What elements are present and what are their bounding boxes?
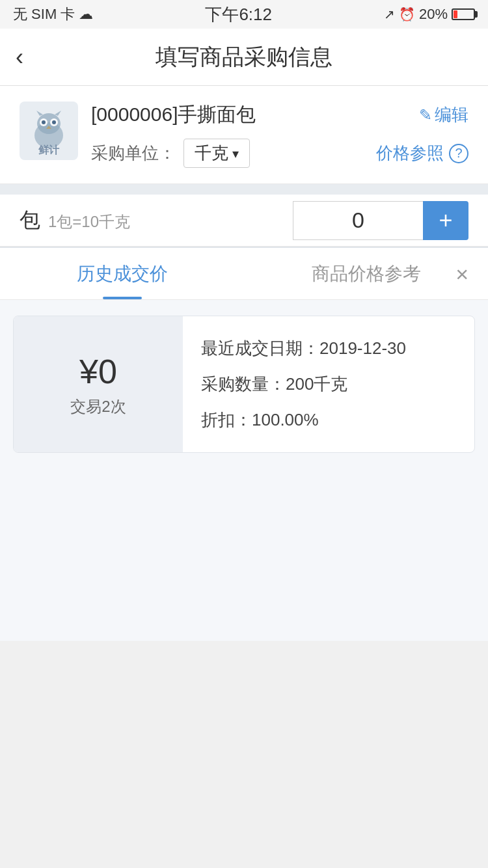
tab-close-button[interactable]: × xyxy=(455,261,468,286)
price-trades: 交易2次 xyxy=(70,396,126,417)
product-info: [0000006]手撕面包 ✎ 编辑 采购单位： 千克 ▾ 价格参照 ? xyxy=(91,102,468,168)
price-ref-label: 价格参照 xyxy=(376,142,444,165)
quantity-sublabel: 1包=10千克 xyxy=(48,211,130,232)
edit-button[interactable]: ✎ 编辑 xyxy=(419,103,468,126)
quantity-input[interactable]: 0 xyxy=(293,201,423,240)
price-right-panel: 最近成交日期：2019-12-30 采购数量：200千克 折扣：100.00% xyxy=(183,316,474,452)
price-ref-button[interactable]: 价格参照 ? xyxy=(376,142,468,165)
sim-label: 无 SIM 卡 ☁ xyxy=(13,5,93,24)
discount-label: 折扣： xyxy=(201,410,252,429)
section-divider xyxy=(0,184,488,195)
tab-historical-label: 历史成交价 xyxy=(77,262,168,286)
product-card: 鲜计 [0000006]手撕面包 ✎ 编辑 采购单位： 千克 ▾ 价格参照 ? xyxy=(0,86,488,184)
page-title: 填写商品采购信息 xyxy=(156,42,332,72)
tab-bar: 历史成交价 商品价格参考 × xyxy=(0,248,488,300)
battery-percent: 20% xyxy=(419,6,448,23)
edit-icon: ✎ xyxy=(419,106,432,124)
recent-date-label: 最近成交日期： xyxy=(201,338,319,358)
price-discount: 折扣：100.00% xyxy=(201,407,456,433)
dropdown-arrow-icon: ▾ xyxy=(232,146,239,161)
quantity-label: 包 1包=10千克 xyxy=(20,206,130,235)
price-card: ¥0 交易2次 最近成交日期：2019-12-30 采购数量：200千克 折扣：… xyxy=(13,316,475,453)
recent-date-value: 2019-12-30 xyxy=(319,338,406,358)
bottom-panel: 历史成交价 商品价格参考 × ¥0 交易2次 最近成交日期：2019-12-30… xyxy=(0,247,488,641)
location-icon: ↗ xyxy=(384,7,395,22)
edit-label: 编辑 xyxy=(435,103,468,126)
quantity-row: 包 1包=10千克 0 + xyxy=(0,195,488,247)
tab-active-indicator xyxy=(103,297,142,299)
svg-point-5 xyxy=(52,120,56,124)
status-bar: 无 SIM 卡 ☁ 下午6:12 ↗ ⏰ 20% xyxy=(0,0,488,29)
price-amount: ¥0 xyxy=(79,352,117,391)
discount-value: 100.00% xyxy=(252,410,319,429)
nav-bar: ‹ 填写商品采购信息 xyxy=(0,29,488,86)
quantity-input-group: 0 + xyxy=(293,201,468,240)
unit-prefix-label: 采购单位： xyxy=(91,142,176,165)
product-name: [0000006]手撕面包 xyxy=(91,102,256,128)
alarm-icon: ⏰ xyxy=(399,7,415,22)
status-right: ↗ ⏰ 20% xyxy=(384,6,475,23)
tab-product-price-ref[interactable]: 商品价格参考 xyxy=(244,248,488,299)
battery-icon xyxy=(452,8,475,20)
price-left-panel: ¥0 交易2次 xyxy=(14,316,183,452)
unit-row: 采购单位： 千克 ▾ xyxy=(91,139,250,168)
quantity-unit: 包 xyxy=(20,206,40,235)
purchase-qty-value: 200千克 xyxy=(286,374,347,394)
unit-dropdown[interactable]: 千克 ▾ xyxy=(183,139,250,168)
main-content: ¥0 交易2次 最近成交日期：2019-12-30 采购数量：200千克 折扣：… xyxy=(0,316,488,641)
product-logo: 鲜计 xyxy=(20,102,78,160)
tab-historical-price[interactable]: 历史成交价 xyxy=(0,248,244,299)
back-button[interactable]: ‹ xyxy=(16,44,23,71)
quantity-plus-button[interactable]: + xyxy=(423,201,468,240)
svg-marker-8 xyxy=(55,111,61,116)
product-header: [0000006]手撕面包 ✎ 编辑 xyxy=(91,102,468,128)
tab-price-ref-label: 商品价格参考 xyxy=(312,262,421,286)
price-recent-date: 最近成交日期：2019-12-30 xyxy=(201,336,456,361)
product-meta: 采购单位： 千克 ▾ 价格参照 ? xyxy=(91,139,468,168)
price-purchase-qty: 采购数量：200千克 xyxy=(201,372,456,397)
status-left: 无 SIM 卡 ☁ xyxy=(13,5,93,24)
svg-point-4 xyxy=(42,120,46,124)
purchase-qty-label: 采购数量： xyxy=(201,374,286,394)
status-time: 下午6:12 xyxy=(205,3,272,26)
svg-marker-7 xyxy=(36,111,43,116)
help-icon: ? xyxy=(449,144,468,163)
unit-value: 千克 xyxy=(195,142,228,165)
